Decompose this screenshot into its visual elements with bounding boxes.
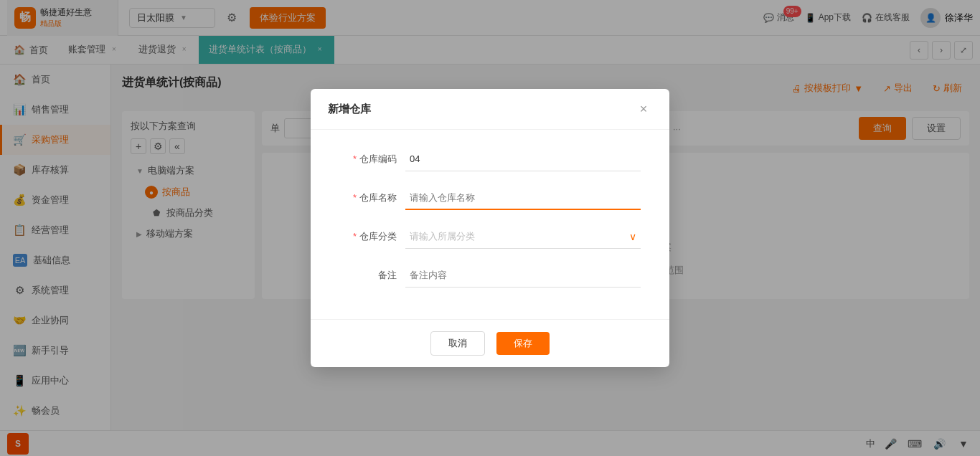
modal-title: 新增仓库 bbox=[328, 103, 371, 116]
add-warehouse-modal: 新增仓库 × *仓库编码 *仓库名称 *仓库分类 bbox=[311, 89, 669, 367]
modal-overlay[interactable]: 新增仓库 × *仓库编码 *仓库名称 *仓库分类 bbox=[0, 0, 980, 456]
chevron-down-icon: ∨ bbox=[629, 231, 636, 242]
code-required-star: * bbox=[353, 153, 357, 164]
form-row-category: *仓库分类 请输入所属分类 ∨ bbox=[339, 224, 641, 249]
notes-label-text: 备注 bbox=[378, 270, 397, 280]
category-label-text: 仓库分类 bbox=[359, 231, 397, 242]
save-button[interactable]: 保存 bbox=[496, 332, 550, 355]
modal-header: 新增仓库 × bbox=[311, 89, 669, 130]
form-row-code: *仓库编码 bbox=[339, 147, 641, 171]
category-label: *仓库分类 bbox=[339, 230, 397, 243]
name-required-star: * bbox=[353, 192, 357, 203]
notes-label: 备注 bbox=[339, 269, 397, 282]
cancel-button[interactable]: 取消 bbox=[430, 331, 485, 356]
category-placeholder: 请输入所属分类 bbox=[410, 230, 475, 243]
modal-footer: 取消 保存 bbox=[311, 319, 669, 367]
name-label: *仓库名称 bbox=[339, 191, 397, 204]
form-row-name: *仓库名称 bbox=[339, 186, 641, 210]
modal-close-button[interactable]: × bbox=[635, 100, 652, 118]
name-label-text: 仓库名称 bbox=[359, 192, 397, 203]
warehouse-code-input[interactable] bbox=[405, 147, 641, 171]
code-label: *仓库编码 bbox=[339, 153, 397, 166]
modal-body: *仓库编码 *仓库名称 *仓库分类 请输入所属分类 ∨ bbox=[311, 130, 669, 319]
code-label-text: 仓库编码 bbox=[359, 153, 397, 164]
form-row-notes: 备注 bbox=[339, 263, 641, 288]
warehouse-category-select[interactable]: 请输入所属分类 ∨ bbox=[405, 224, 641, 249]
category-required-star: * bbox=[353, 231, 357, 242]
warehouse-name-input[interactable] bbox=[405, 186, 641, 210]
warehouse-notes-input[interactable] bbox=[405, 263, 641, 288]
